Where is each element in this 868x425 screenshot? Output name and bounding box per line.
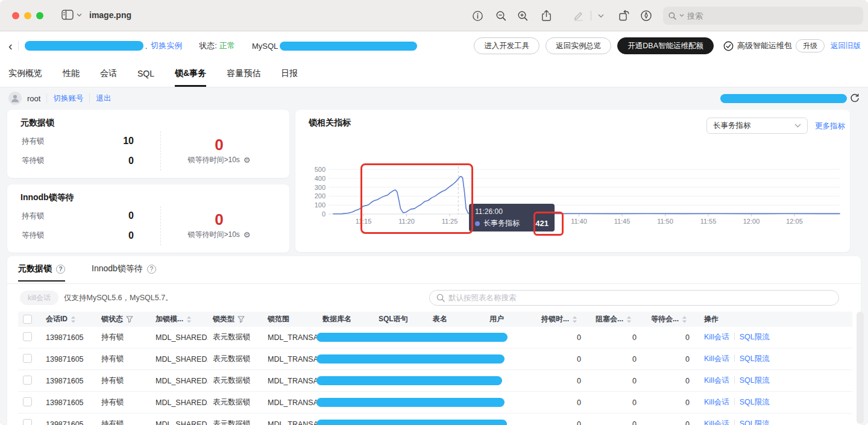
kill-session-link[interactable]: Kill会话 [704, 354, 729, 363]
nav-tab-锁&事务[interactable]: 锁&事务 [175, 60, 206, 87]
header-actions: 进入开发工具 返回实例总览 开通DBA智能运维配额 高级智能运维包 升级 返回旧… [474, 37, 861, 54]
table-search-input[interactable] [448, 294, 832, 302]
gear-icon[interactable]: ⚙ [244, 231, 251, 239]
vertical-scrollbar[interactable] [857, 312, 864, 424]
lock-metrics-chart[interactable]: 010020030040050011:1511:2011:2511:3011:3… [313, 162, 844, 229]
minimize-window-button[interactable] [24, 12, 31, 19]
nav-tab-实例概览[interactable]: 实例概览 [8, 60, 42, 87]
search-icon [436, 294, 445, 302]
zoom-out-button[interactable] [491, 7, 511, 24]
column-label: 加锁模... [156, 314, 183, 324]
upgrade-button[interactable]: 升级 [796, 39, 825, 52]
table-row: 139871605持有锁MDL_SHARED...表元数据锁MDL_TRANSA… [18, 392, 852, 414]
redaction-bar [316, 354, 505, 364]
user-icon [10, 93, 20, 103]
markup-pencil-button[interactable] [569, 7, 588, 24]
search-input[interactable] [687, 11, 858, 20]
svg-text:11:25: 11:25 [442, 218, 458, 225]
kill-session-link[interactable]: Kill会话 [704, 333, 729, 341]
cell-hold_time: 0 [536, 333, 591, 342]
card-title: 锁相关指标 [309, 118, 351, 128]
cell-actions: Kill会话SQL限流 [699, 376, 852, 386]
nav-tab-性能[interactable]: 性能 [63, 60, 80, 87]
row-checkbox[interactable] [23, 376, 32, 385]
nav-tab-会话[interactable]: 会话 [100, 60, 117, 87]
cell-lock_mode: MDL_SHARED... [151, 398, 208, 407]
kill-session-link[interactable]: Kill会话 [704, 398, 729, 406]
refresh-icon[interactable] [850, 93, 860, 103]
cell-wait_sessions: 0 [646, 398, 699, 407]
zoom-window-button[interactable] [36, 12, 43, 19]
column-header[interactable]: 锁状态 [96, 314, 151, 324]
metric-dropdown[interactable]: 长事务指标 [706, 118, 808, 134]
nav-tab-容量预估[interactable]: 容量预估 [227, 60, 260, 87]
main-content: root 切换账号 退出 元数据锁 持有锁 10 [0, 87, 868, 425]
gear-icon[interactable]: ⚙ [244, 156, 251, 164]
cell-block_sessions: 0 [591, 398, 646, 407]
sql-throttle-link[interactable]: SQL限流 [740, 398, 770, 406]
nav-tab-日报[interactable]: 日报 [281, 60, 298, 87]
column-header[interactable]: 会话ID [41, 314, 96, 324]
engine-version-redacted [280, 42, 417, 51]
instance-overview-button[interactable]: 返回实例总览 [546, 37, 611, 54]
svg-text:11:20: 11:20 [398, 218, 415, 225]
dba-quota-button[interactable]: 开通DBA智能运维配额 [617, 37, 714, 54]
sql-throttle-link[interactable]: SQL限流 [740, 376, 770, 385]
column-header[interactable]: 阻塞会... [591, 314, 646, 324]
zoom-out-icon [495, 10, 507, 22]
row-checkbox[interactable] [23, 332, 32, 341]
table-row: 139871605持有锁MDL_SHARED...表元数据锁MDL_TRANSA… [18, 370, 852, 392]
logout-link[interactable]: 退出 [96, 93, 111, 104]
tab-innodb-lock-wait[interactable]: Innodb锁等待 ? [92, 263, 156, 282]
info-button[interactable] [468, 7, 487, 24]
legacy-version-link[interactable]: 返回旧版 [831, 41, 861, 51]
close-window-button[interactable] [12, 12, 19, 19]
markup-toolbar-button[interactable] [637, 7, 656, 24]
cell-wait_sessions: 0 [646, 333, 699, 342]
column-header[interactable]: 等待会... [646, 314, 699, 324]
sidebar-toggle[interactable] [61, 10, 82, 20]
column-header[interactable]: 持锁时... [536, 314, 591, 324]
cell-lock_scope: MDL_TRANSA.. [263, 377, 318, 385]
column-header[interactable]: 锁类型 [208, 314, 263, 324]
share-button[interactable] [536, 7, 556, 24]
kill-session-link[interactable]: Kill会话 [704, 420, 729, 425]
rotate-button[interactable] [614, 7, 634, 24]
lock-metrics-card: 锁相关指标 长事务指标 更多指标 010020030040050011:1511… [295, 110, 850, 252]
column-header[interactable]: 加锁模... [151, 314, 208, 324]
row-checkbox[interactable] [23, 354, 32, 363]
switch-account-link[interactable]: 切换账号 [53, 93, 83, 104]
kill-session-button[interactable]: kill会话 [20, 291, 58, 305]
kill-session-link[interactable]: Kill会话 [704, 376, 729, 385]
lock-table-tabs: 元数据锁 ? Innodb锁等待 ? [18, 263, 156, 282]
row-checkbox[interactable] [23, 419, 32, 425]
sidebar-icon [61, 10, 74, 20]
toolbar-search[interactable] [663, 7, 863, 25]
svg-text:11:45: 11:45 [614, 218, 631, 225]
more-metrics-link[interactable]: 更多指标 [815, 121, 845, 131]
help-icon[interactable]: ? [147, 265, 156, 274]
dev-tools-button[interactable]: 进入开发工具 [474, 37, 539, 54]
row-checkbox[interactable] [23, 397, 32, 406]
tab-metadata-lock[interactable]: 元数据锁 ? [18, 263, 65, 282]
redaction-bar [316, 398, 505, 407]
check-circle-icon [723, 41, 734, 51]
table-row: 139871605持有锁MDL_SHARED...表元数据锁MDL_TRANSA… [18, 348, 852, 370]
back-button[interactable]: ‹ [8, 40, 13, 52]
markup-options-chevron[interactable] [594, 7, 608, 24]
svg-text:500: 500 [315, 166, 326, 173]
zoom-in-button[interactable] [513, 7, 532, 24]
cell-hold_time: 0 [536, 355, 591, 364]
help-icon[interactable]: ? [56, 265, 65, 274]
nav-tab-SQL[interactable]: SQL [137, 60, 154, 87]
switch-instance-link[interactable]: 切换实例 [151, 40, 182, 51]
sql-throttle-link[interactable]: SQL限流 [740, 420, 770, 425]
cell-lock_type: 表元数据锁 [208, 376, 263, 386]
select-all-checkbox[interactable] [23, 315, 32, 324]
sql-throttle-link[interactable]: SQL限流 [740, 333, 770, 341]
table-search[interactable] [429, 290, 839, 306]
sql-throttle-link[interactable]: SQL限流 [740, 354, 770, 363]
preview-window: image.png ‹ [0, 0, 868, 425]
info-icon [472, 10, 483, 22]
premium-package-group: 高级智能运维包 升级 [723, 39, 825, 52]
